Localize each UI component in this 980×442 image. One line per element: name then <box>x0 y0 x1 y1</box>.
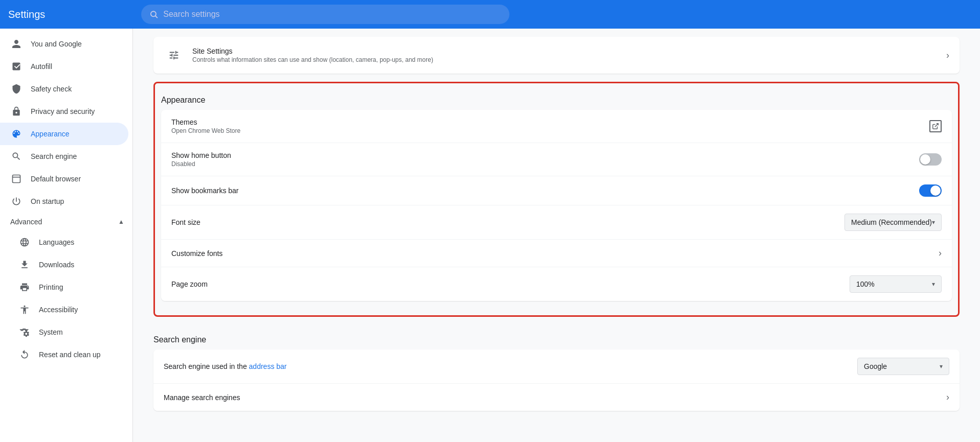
page-zoom-title: Page zoom <box>171 280 850 288</box>
search-engine-used-row: Search engine used in the address bar Go… <box>153 350 960 384</box>
sidebar-item-system[interactable]: System <box>0 321 128 343</box>
sidebar-label-search-engine: Search engine <box>31 152 77 160</box>
autofill-icon <box>10 60 23 73</box>
search-engine-card: Search engine used in the address bar Go… <box>153 350 960 411</box>
lock-icon <box>10 105 23 118</box>
sidebar-label-default-browser: Default browser <box>31 175 81 183</box>
shield-icon <box>10 83 23 95</box>
site-settings-title: Site Settings <box>192 47 946 55</box>
site-settings-card: Site Settings Controls what information … <box>153 37 960 74</box>
site-settings-icon <box>164 45 184 65</box>
sidebar-label-privacy-security: Privacy and security <box>31 107 95 115</box>
toggle-track-bookmarks <box>919 184 942 197</box>
search-engine-label-prefix: Search engine used in the <box>164 362 247 370</box>
sidebar-label-languages: Languages <box>39 238 74 246</box>
browser-icon <box>10 173 23 185</box>
sidebar-item-languages[interactable]: Languages <box>0 231 128 253</box>
sidebar-label-safety-check: Safety check <box>31 85 72 93</box>
search-engine-section: Search engine Search engine used in the … <box>153 329 960 411</box>
appearance-card: Themes Open Chrome Web Store Show <box>161 110 952 301</box>
show-home-button-row: Show home button Disabled <box>161 143 952 176</box>
show-home-button-sub: Disabled <box>171 160 919 168</box>
sidebar-item-autofill[interactable]: Autofill <box>0 55 128 78</box>
font-size-dropdown-arrow-icon: ▾ <box>932 219 935 226</box>
search-engine-used-label: Search engine used in the address bar <box>164 362 857 370</box>
toggle-thumb-bookmarks <box>930 185 941 196</box>
accessibility-icon <box>18 304 31 316</box>
svg-rect-2 <box>13 175 20 183</box>
font-size-value: Medium (Recommended) <box>851 218 932 226</box>
toggle-thumb-home <box>920 154 930 165</box>
page-zoom-dropdown[interactable]: 100% ▾ <box>850 275 942 293</box>
header-title: Settings <box>8 9 141 20</box>
system-icon <box>18 326 31 338</box>
page-zoom-value: 100% <box>856 280 875 288</box>
globe-icon <box>18 236 31 248</box>
header: Settings <box>0 0 980 29</box>
page-zoom-row: Page zoom 100% ▾ <box>161 267 952 301</box>
sidebar-item-on-startup[interactable]: On startup <box>0 190 128 213</box>
palette-icon <box>10 128 23 140</box>
appearance-section: Appearance Themes Open Chrome Web Store <box>153 82 960 317</box>
toggle-track-home <box>919 153 942 166</box>
main-layout: You and Google Autofill Safety check Pri… <box>0 29 980 442</box>
sidebar-label-reset-clean: Reset and clean up <box>39 351 101 359</box>
show-home-button-toggle[interactable] <box>919 153 942 166</box>
themes-desc: Open Chrome Web Store <box>171 127 929 134</box>
reset-icon <box>18 348 31 361</box>
site-settings-desc: Controls what information sites can use … <box>192 56 946 63</box>
show-bookmarks-bar-toggle[interactable] <box>919 184 942 197</box>
font-size-dropdown[interactable]: Medium (Recommended) ▾ <box>844 214 942 231</box>
themes-title: Themes <box>171 118 929 126</box>
font-size-row: Font size Medium (Recommended) ▾ <box>161 205 952 240</box>
external-link-icon[interactable] <box>929 120 942 132</box>
themes-row[interactable]: Themes Open Chrome Web Store <box>161 110 952 143</box>
search-engine-dropdown[interactable]: Google ▾ <box>857 358 949 375</box>
sidebar-advanced-header[interactable]: Advanced ▲ <box>0 213 132 231</box>
search-bar[interactable] <box>141 5 509 24</box>
svg-line-4 <box>935 124 938 127</box>
sidebar-label-system: System <box>39 328 63 336</box>
search-engine-dropdown-arrow-icon: ▾ <box>940 363 943 370</box>
site-settings-row[interactable]: Site Settings Controls what information … <box>153 37 960 74</box>
sidebar-item-appearance[interactable]: Appearance <box>0 123 128 145</box>
manage-search-engines-title: Manage search engines <box>164 393 946 402</box>
download-icon <box>18 259 31 271</box>
search-input[interactable] <box>163 10 501 19</box>
svg-line-1 <box>155 16 158 18</box>
sidebar-item-you-and-google[interactable]: You and Google <box>0 33 128 55</box>
sidebar-label-printing: Printing <box>39 283 63 291</box>
power-icon <box>10 195 23 207</box>
show-bookmarks-bar-title: Show bookmarks bar <box>171 187 919 195</box>
sidebar-item-default-browser[interactable]: Default browser <box>0 168 128 190</box>
search-nav-icon <box>10 150 23 162</box>
sidebar-item-search-engine[interactable]: Search engine <box>0 145 128 168</box>
address-bar-link[interactable]: address bar <box>249 362 287 370</box>
page-zoom-dropdown-arrow-icon: ▾ <box>932 281 935 288</box>
sidebar-item-printing[interactable]: Printing <box>0 276 128 298</box>
sidebar-item-downloads[interactable]: Downloads <box>0 253 128 276</box>
person-icon <box>10 38 23 50</box>
customize-fonts-row[interactable]: Customize fonts › <box>161 240 952 267</box>
print-icon <box>18 281 31 293</box>
sidebar-item-accessibility[interactable]: Accessibility <box>0 298 128 321</box>
advanced-chevron-up-icon: ▲ <box>118 218 124 225</box>
sidebar-label-you-and-google: You and Google <box>31 40 82 48</box>
show-home-button-title: Show home button <box>171 151 919 159</box>
manage-search-engines-row[interactable]: Manage search engines › <box>153 384 960 411</box>
customize-fonts-chevron-right-icon: › <box>939 248 942 259</box>
sidebar-item-safety-check[interactable]: Safety check <box>0 78 128 100</box>
sidebar-label-on-startup: On startup <box>31 197 64 205</box>
content-area: Site Settings Controls what information … <box>133 29 980 442</box>
sidebar-item-privacy-security[interactable]: Privacy and security <box>0 100 128 123</box>
sidebar-label-downloads: Downloads <box>39 261 74 269</box>
sidebar-item-reset-clean[interactable]: Reset and clean up <box>0 343 128 366</box>
search-engine-section-title: Search engine <box>153 329 960 350</box>
sidebar-label-autofill: Autofill <box>31 62 52 71</box>
site-settings-chevron-right-icon[interactable]: › <box>946 50 949 61</box>
show-bookmarks-bar-row: Show bookmarks bar <box>161 176 952 205</box>
sidebar-label-appearance: Appearance <box>31 130 70 138</box>
customize-fonts-title: Customize fonts <box>171 249 939 258</box>
search-engine-value: Google <box>864 362 887 370</box>
manage-search-engines-chevron-right-icon: › <box>946 392 949 403</box>
